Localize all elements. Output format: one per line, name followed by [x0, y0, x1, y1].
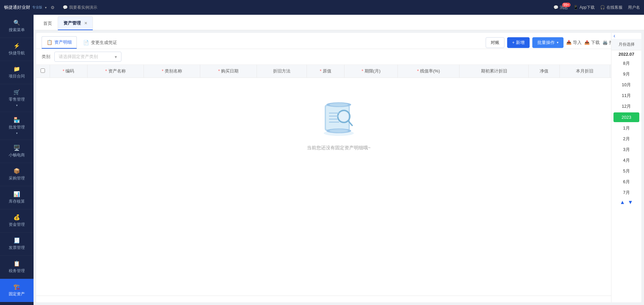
- month-item-12[interactable]: 12月: [611, 101, 641, 112]
- select-all-checkbox[interactable]: [41, 68, 45, 73]
- sidebar-item-wholesale[interactable]: 🏪 批发管理 ▾: [0, 112, 34, 140]
- fund-label: 资金管理: [9, 222, 25, 227]
- download-button[interactable]: 📤 下载: [584, 40, 600, 46]
- app-name: 畅捷通好业财 专业版: [4, 4, 42, 10]
- app-name-text: 畅捷通好业财: [4, 4, 30, 10]
- sidebar-item-search[interactable]: 🔍 搜索菜单: [0, 15, 34, 38]
- user-menu[interactable]: 用户名: [628, 5, 640, 10]
- sidebar-item-purchase[interactable]: 📦 采购管理: [0, 163, 34, 186]
- invoice-label: 发票管理: [9, 245, 25, 251]
- category-select-arrow: ▾: [115, 54, 117, 59]
- month-item-7[interactable]: 7月: [611, 187, 641, 198]
- col-monthly-depreciation: 本月折旧: [560, 65, 610, 78]
- settings-icon[interactable]: ⚙: [51, 5, 55, 10]
- category-select[interactable]: 请选择固定资产类别 ▾: [54, 52, 121, 62]
- tab-close-icon[interactable]: ✕: [84, 21, 87, 25]
- sidebar-item-project[interactable]: 📁 项目合同: [0, 61, 34, 84]
- user-name: 用户名: [628, 5, 640, 10]
- ecommerce-icon: 🖥️: [13, 145, 20, 151]
- month-picker-prev[interactable]: ‹: [613, 33, 615, 39]
- import-button[interactable]: 📥 导入: [566, 40, 582, 46]
- sidebar-item-tax[interactable]: 📋 税务管理: [0, 256, 34, 279]
- sidebar-item-ecommerce[interactable]: 🖥️ 小畅电商: [0, 140, 34, 163]
- import-label: 导入: [573, 40, 582, 46]
- month-item-2[interactable]: 2月: [611, 134, 641, 144]
- tab-home-label: 首页: [43, 21, 52, 26]
- month-item-4[interactable]: 4月: [611, 155, 641, 166]
- col-purchase-date: * 购买日期: [200, 65, 257, 78]
- col-depreciation-method: 折旧方法: [257, 65, 307, 78]
- assets-table: * 编码 * 资产名称 * 类别名称 * 购买日期 折旧方法 * 原值 * 期限…: [36, 65, 641, 171]
- empty-message: 当前您还没有固定资产明细哦~: [307, 145, 371, 151]
- search-icon: 🔍: [13, 19, 20, 26]
- download-label: 下载: [591, 40, 600, 46]
- month-picker-down[interactable]: ▼: [628, 199, 633, 205]
- message-icon: 💬: [553, 5, 558, 10]
- demo-icon: 💬: [63, 5, 68, 10]
- ecommerce-label: 小畅电商: [9, 152, 25, 158]
- month-item-8[interactable]: 8月: [611, 58, 641, 69]
- month-item-11[interactable]: 11月: [611, 90, 641, 101]
- top-bar: 畅捷通好业财 专业版 ▾ ⚙ 💬 我要看实例演示 💬 消息 99+ 📱 App下…: [0, 0, 644, 15]
- project-icon: 📁: [13, 66, 20, 72]
- reconcile-button[interactable]: 对账: [486, 37, 504, 48]
- quick-nav-label: 快捷导航: [9, 50, 25, 56]
- svg-point-6: [329, 129, 348, 133]
- sub-tabs: 📋 资产明细 📄 变更生成凭证 对账 + 新增 批量操作 ▾: [36, 33, 641, 49]
- wholesale-arrow: ▾: [16, 132, 18, 135]
- nav-tabs: 首页 资产管理 ✕: [34, 15, 644, 30]
- month-picker-nav: ‹: [611, 33, 641, 39]
- empty-state: 当前您还没有固定资产明细哦~: [36, 78, 641, 171]
- tax-label: 税务管理: [9, 268, 25, 274]
- month-picker-up[interactable]: ▲: [620, 199, 625, 205]
- month-item-6[interactable]: 6月: [611, 176, 641, 187]
- sidebar-item-inventory[interactable]: 📊 库存核算: [0, 186, 34, 209]
- demo-link[interactable]: 💬 我要看实例演示: [63, 5, 97, 10]
- sidebar-item-salary[interactable]: 💵 工资: [0, 302, 34, 305]
- month-picker-bottom-nav: ▲ ▼: [611, 198, 641, 207]
- invoice-icon: 🧾: [13, 237, 20, 244]
- col-category: * 类别名称: [144, 65, 200, 78]
- month-item-10[interactable]: 10月: [611, 80, 641, 90]
- month-item-1[interactable]: 1月: [611, 123, 641, 134]
- tax-icon: 📋: [13, 260, 20, 267]
- sidebar-item-fixed-assets[interactable]: 🏗️ 固定资产: [0, 279, 34, 302]
- asset-detail-icon: 📋: [47, 40, 52, 45]
- fund-icon: 💰: [13, 214, 20, 220]
- col-original-value: * 原值: [307, 65, 344, 78]
- sub-tab-voucher[interactable]: 📄 变更生成凭证: [78, 37, 122, 49]
- project-label: 项目合同: [9, 73, 25, 79]
- voucher-icon: 📄: [83, 40, 89, 45]
- main-area: 🔍 搜索菜单 ⚡ 快捷导航 📁 项目合同 🛒 零售管理 ▾ 🏪 批发管理 ▾: [0, 15, 644, 305]
- batch-button[interactable]: 批量操作 ▾: [532, 37, 564, 48]
- month-item-5[interactable]: 5月: [611, 166, 641, 176]
- month-picker-header: 月份选择: [611, 39, 641, 50]
- demo-link-text: 我要看实例演示: [69, 5, 97, 10]
- sidebar-item-retail[interactable]: 🛒 零售管理 ▾: [0, 84, 34, 112]
- batch-dropdown-arrow: ▾: [557, 41, 558, 44]
- app-edition: 专业版: [32, 5, 42, 10]
- app-download-button[interactable]: 📱 App下载: [573, 5, 595, 10]
- tab-home[interactable]: 首页: [38, 17, 58, 30]
- sidebar-item-quick-nav[interactable]: ⚡ 快捷导航: [0, 38, 34, 61]
- add-button[interactable]: + 新增: [507, 37, 530, 48]
- filter-category-label: 类别: [42, 54, 50, 60]
- sub-tab-asset-detail[interactable]: 📋 资产明细: [42, 36, 77, 49]
- purchase-icon: 📦: [13, 168, 20, 174]
- retail-arrow: ▾: [16, 104, 18, 107]
- messages-button[interactable]: 💬 消息 99+: [553, 5, 568, 10]
- messages-badge: 99+: [562, 3, 571, 7]
- wholesale-icon: 🏪: [13, 117, 20, 123]
- headset-icon: 🎧: [600, 5, 605, 10]
- app-download-label: App下载: [580, 5, 595, 10]
- month-picker-title: 月份选择: [619, 42, 635, 47]
- online-service-button[interactable]: 🎧 在线客服: [600, 5, 623, 10]
- tab-asset-mgmt[interactable]: 资产管理 ✕: [58, 16, 93, 30]
- month-item-9[interactable]: 9月: [611, 69, 641, 80]
- sidebar-item-fund[interactable]: 💰 资金管理: [0, 209, 34, 233]
- sidebar-item-invoice[interactable]: 🧾 发票管理: [0, 233, 34, 256]
- month-item-3[interactable]: 3月: [611, 144, 641, 155]
- quick-nav-icon: ⚡: [13, 43, 20, 49]
- company-dropdown[interactable]: ▾: [45, 6, 47, 9]
- bottom-scrollbar[interactable]: [36, 296, 641, 302]
